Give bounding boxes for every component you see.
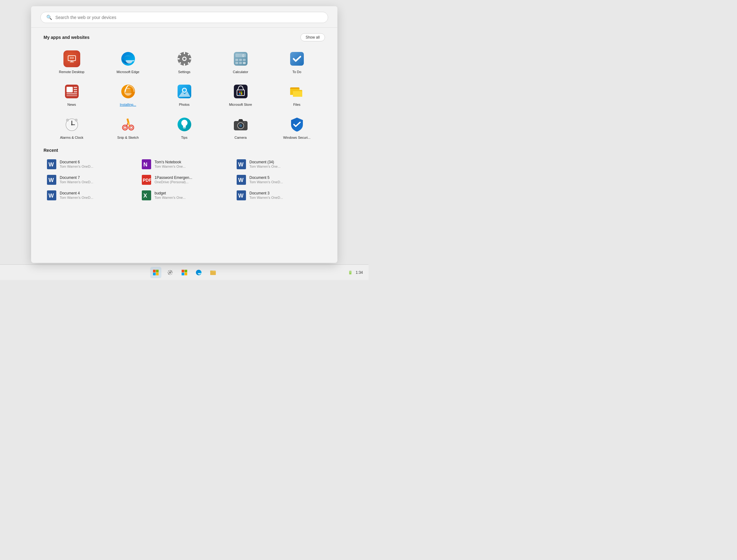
svg-rect-22	[184, 63, 185, 66]
taskbar-edge-button[interactable]	[193, 267, 204, 278]
svg-text:N: N	[143, 161, 147, 168]
svg-rect-24	[189, 58, 191, 59]
settings-icon	[176, 50, 193, 68]
recent-grid: W Document 6 Tom Warren's OneD... N	[44, 157, 325, 203]
recent-info: Document 6 Tom Warren's OneD...	[60, 160, 93, 168]
svg-rect-33	[239, 59, 242, 61]
app-label-files: Files	[293, 102, 301, 107]
svg-text:W: W	[49, 177, 54, 183]
taskbar-explorer-button[interactable]	[208, 267, 219, 278]
recent-item-doc6[interactable]: W Document 6 Tom Warren's OneD...	[44, 157, 135, 171]
app-label-camera: Camera	[235, 135, 247, 140]
recent-sub: Tom Warren's OneD...	[60, 165, 93, 168]
recent-name: budget	[155, 191, 186, 195]
app-camera[interactable]: Camera	[212, 113, 269, 142]
recent-sub: Tom Warren's OneD...	[250, 196, 283, 199]
apps-section-title: My apps and websites	[44, 35, 90, 40]
svg-point-67	[75, 119, 77, 121]
word-doc-icon: W	[236, 159, 246, 169]
recent-name: 1Password Emergen...	[155, 175, 192, 180]
app-microsoft-store[interactable]: Microsoft Store	[212, 80, 269, 109]
calculator-icon: 0	[232, 50, 250, 68]
recent-item-doc7[interactable]: W Document 7 Tom Warren's OneD...	[44, 173, 135, 187]
recent-item-1password[interactable]: PDF 1Password Emergen... OneDrive (Perso…	[138, 173, 230, 187]
svg-text:W: W	[238, 193, 244, 199]
photos-icon	[176, 83, 193, 100]
recent-name: Document 3	[250, 191, 283, 195]
recent-item-budget[interactable]: X budget Tom Warren's One...	[138, 188, 230, 203]
search-bar[interactable]: 🔍	[40, 12, 328, 23]
svg-rect-41	[74, 87, 77, 88]
search-area: 🔍	[31, 6, 338, 27]
svg-rect-1	[156, 270, 159, 273]
app-label-store: Microsoft Store	[229, 102, 252, 107]
recent-item-toms-notebook[interactable]: N Tom's Notebook Tom Warren's One...	[138, 157, 230, 171]
app-microsoft-edge[interactable]: Microsoft Edge	[100, 47, 156, 77]
snip-sketch-icon	[119, 116, 137, 133]
app-tips[interactable]: Tips	[156, 113, 212, 142]
app-installing[interactable]: Installing...	[100, 80, 156, 109]
recent-name: Document 4	[60, 191, 93, 195]
word-doc-icon: W	[236, 175, 246, 185]
tips-icon	[176, 116, 193, 133]
svg-rect-5	[184, 270, 187, 273]
app-calculator[interactable]: 0 Calculator	[212, 47, 269, 77]
app-windows-security[interactable]: Windows Securi...	[269, 113, 325, 142]
recent-name: Document 6	[60, 160, 93, 164]
show-all-button[interactable]: Show all	[301, 33, 325, 41]
recent-title: Recent	[44, 148, 325, 153]
word-doc-icon: W	[47, 159, 57, 169]
taskbar-settings-button[interactable]	[165, 267, 176, 278]
app-label-news: News	[68, 102, 76, 107]
word-doc-icon: W	[236, 190, 246, 200]
app-todo[interactable]: To Do	[269, 47, 325, 77]
recent-sub: Tom Warren's OneD...	[250, 180, 283, 184]
recent-info: 1Password Emergen... OneDrive (Personal)…	[155, 175, 192, 184]
recent-info: Document 7 Tom Warren's OneD...	[60, 175, 93, 184]
recent-name: Document (34)	[250, 160, 281, 164]
app-alarms-clock[interactable]: Alarms & Clock	[44, 113, 100, 142]
camera-icon	[232, 116, 250, 133]
svg-rect-44	[67, 93, 77, 94]
svg-text:W: W	[49, 161, 54, 168]
svg-rect-4	[182, 270, 184, 273]
microsoft-edge-icon	[119, 50, 137, 68]
app-snip-sketch[interactable]: Snip & Sketch	[100, 113, 156, 142]
pdf-icon: PDF	[142, 175, 152, 185]
taskbar-start-button[interactable]	[150, 267, 161, 278]
svg-rect-37	[243, 62, 246, 64]
recent-item-doc5[interactable]: W Document 5 Tom Warren's OneD...	[233, 173, 325, 187]
recent-sub: Tom Warren's One...	[250, 165, 281, 168]
svg-rect-78	[183, 128, 186, 128]
svg-rect-12	[210, 272, 216, 275]
app-label-installing: Installing...	[120, 102, 136, 107]
svg-rect-43	[74, 91, 77, 92]
recent-sub: Tom Warren's One...	[155, 196, 186, 199]
windows-security-icon	[288, 116, 306, 133]
svg-text:W: W	[238, 177, 244, 183]
recent-item-doc4[interactable]: W Document 4 Tom Warren's OneD...	[44, 188, 135, 203]
svg-rect-56	[239, 93, 241, 95]
app-files[interactable]: Files	[269, 80, 325, 109]
svg-point-65	[71, 124, 72, 125]
app-news[interactable]: News	[44, 80, 100, 109]
taskbar-store-button[interactable]	[179, 267, 190, 278]
app-photos[interactable]: Photos	[156, 80, 212, 109]
app-settings[interactable]: Settings	[156, 47, 212, 77]
search-input[interactable]	[55, 15, 322, 20]
app-label-snip: Snip & Sketch	[117, 135, 139, 140]
recent-info: Document (34) Tom Warren's One...	[250, 160, 281, 168]
app-remote-desktop[interactable]: >> Remote Desktop	[44, 47, 100, 77]
app-label-security: Windows Securi...	[283, 135, 310, 140]
svg-rect-3	[156, 273, 159, 275]
svg-rect-36	[239, 62, 242, 64]
recent-item-doc3[interactable]: W Document 3 Tom Warren's OneD...	[233, 188, 325, 203]
start-menu: 🔍 My apps and websites Show all >>	[31, 6, 338, 263]
recent-info: Document 4 Tom Warren's OneD...	[60, 191, 93, 199]
app-label-settings: Settings	[178, 70, 191, 74]
recent-section: Recent W Document 6 Tom Warren's OneD...	[44, 148, 325, 203]
battery-icon: 🔋	[348, 270, 353, 275]
recent-sub: Tom Warren's One...	[155, 165, 186, 168]
recent-sub: OneDrive (Personal)...	[155, 180, 192, 184]
recent-item-doc34[interactable]: W Document (34) Tom Warren's One...	[233, 157, 325, 171]
